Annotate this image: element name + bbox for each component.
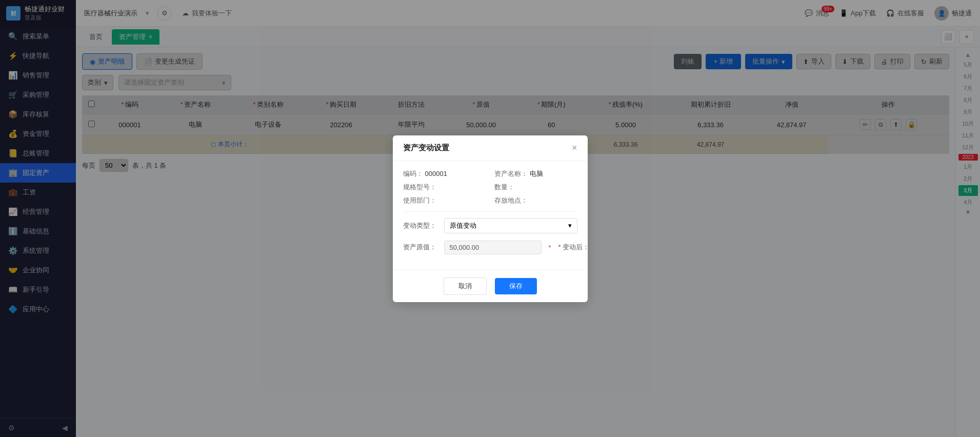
asset-change-modal: 资产变动设置 × 编码： 000001 资产名称： 电脑 规格型号： 数量：: [393, 135, 588, 302]
asset-name-label: 资产名称：: [494, 169, 528, 178]
modal-overlay: 资产变动设置 × 编码： 000001 资产名称： 电脑 规格型号： 数量：: [0, 0, 980, 437]
quantity-label: 数量：: [494, 183, 514, 192]
modal-body: 编码： 000001 资产名称： 电脑 规格型号： 数量： 使用部门：: [393, 161, 588, 270]
change-type-row: 变动类型： 原值变动 ▾: [403, 218, 577, 233]
original-value-input[interactable]: [444, 241, 542, 254]
required-star: *: [549, 244, 551, 251]
modal-title: 资产变动设置: [403, 143, 449, 153]
cancel-button[interactable]: 取消: [444, 277, 487, 295]
save-button[interactable]: 保存: [495, 278, 537, 294]
info-spec: 规格型号：: [403, 183, 486, 192]
code-label: 编码：: [403, 169, 423, 178]
info-department: 使用部门：: [403, 196, 486, 205]
modal-header: 资产变动设置 ×: [393, 135, 588, 161]
info-location: 存放地点：: [494, 196, 577, 205]
original-value-row: 资产原值： * * 变动后：: [403, 241, 577, 254]
original-value-label: 资产原值：: [403, 243, 439, 252]
info-quantity: 数量：: [494, 183, 577, 192]
info-code: 编码： 000001: [403, 169, 486, 178]
location-label: 存放地点：: [494, 196, 528, 205]
spec-label: 规格型号：: [403, 183, 436, 192]
change-type-label: 变动类型：: [403, 221, 439, 230]
change-type-select[interactable]: 原值变动 ▾: [444, 218, 577, 233]
modal-footer: 取消 保存: [393, 270, 588, 302]
modal-info-grid: 编码： 000001 资产名称： 电脑 规格型号： 数量： 使用部门：: [403, 169, 577, 205]
asset-name-value: 电脑: [530, 169, 543, 178]
change-type-dropdown-icon: ▾: [568, 222, 572, 229]
after-change-label: * 变动后：: [558, 243, 588, 252]
modal-divider: [403, 211, 577, 212]
change-type-value: 原值变动: [450, 221, 476, 230]
modal-close-button[interactable]: ×: [572, 143, 577, 153]
info-asset-name: 资产名称： 电脑: [494, 169, 577, 178]
department-label: 使用部门：: [403, 196, 436, 205]
code-value: 000001: [425, 170, 447, 177]
